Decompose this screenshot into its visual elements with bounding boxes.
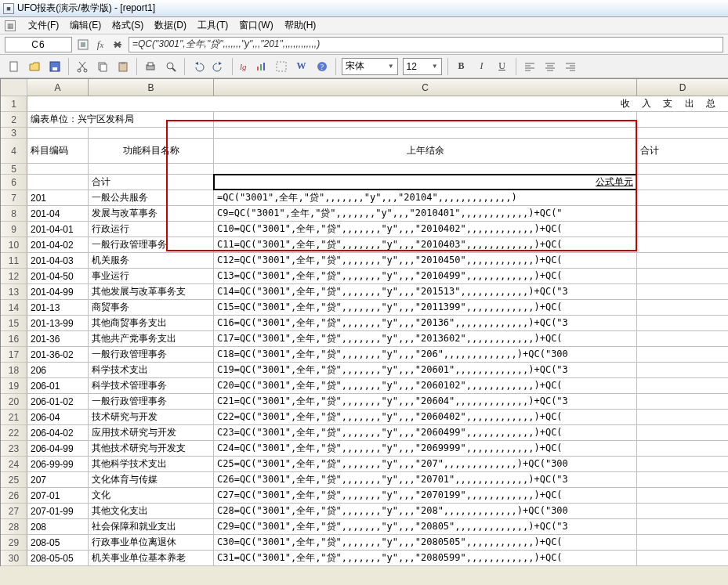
save-button[interactable]: [45, 57, 64, 76]
cell[interactable]: [637, 488, 728, 504]
cell-code[interactable]: 206-01-02: [27, 394, 89, 410]
cell-name[interactable]: 一般行政管理事务: [89, 237, 214, 253]
select-all-corner[interactable]: [1, 79, 27, 96]
row-header[interactable]: 23: [1, 441, 27, 457]
cell-name[interactable]: 一般公共服务: [89, 190, 214, 206]
row-header[interactable]: 13: [1, 284, 27, 300]
cell-code[interactable]: 208: [27, 519, 89, 535]
cell[interactable]: [214, 112, 637, 128]
cell[interactable]: [637, 331, 728, 347]
cell[interactable]: [27, 175, 89, 190]
menu-data[interactable]: 数据(D): [154, 19, 187, 32]
copy-button[interactable]: [93, 57, 112, 76]
cell-formula[interactable]: C9=QC("3001",全年,"贷",,,,,,,"y",,,"2010401…: [214, 206, 637, 222]
cell-formula[interactable]: C19=QC("3001",全年,"贷",,,,,,,"y",,,"20601"…: [214, 363, 637, 378]
cell[interactable]: [637, 269, 728, 284]
font-name-select[interactable]: 宋体▼: [342, 58, 398, 75]
cell-code[interactable]: 201-04-01: [27, 222, 89, 237]
cell-code[interactable]: 201-04: [27, 206, 89, 222]
cell-reference[interactable]: C6: [5, 37, 72, 52]
formula-input[interactable]: =QC("3001",全年,"贷",,,,,,,"y",,,"201",,,,,…: [129, 37, 723, 52]
cell[interactable]: [637, 363, 728, 378]
menu-help[interactable]: 帮助(H): [284, 19, 317, 32]
cell[interactable]: [637, 190, 728, 206]
undo-button[interactable]: [189, 57, 208, 76]
cell-code[interactable]: 206-04-99: [27, 441, 89, 457]
cell[interactable]: [637, 128, 728, 139]
cell-formula[interactable]: C29=QC("3001",全年,"贷",,,,,,,"y",,,"20805"…: [214, 519, 637, 535]
cell-name[interactable]: 文化: [89, 488, 214, 504]
cell-code[interactable]: 201-04-99: [27, 284, 89, 300]
align-left-button[interactable]: [520, 57, 539, 76]
cell-formula[interactable]: C22=QC("3001",全年,"贷",,,,,,,"y",,,"206040…: [214, 410, 637, 425]
row-header[interactable]: 11: [1, 253, 27, 269]
cell-code[interactable]: 201-13: [27, 300, 89, 316]
italic-button[interactable]: I: [473, 57, 491, 76]
row-header[interactable]: 4: [1, 139, 27, 164]
row-header[interactable]: 14: [1, 300, 27, 316]
cell-formula[interactable]: C23=QC("3001",全年,"贷",,,,,,,"y",,,"206049…: [214, 425, 637, 441]
cell[interactable]: [637, 222, 728, 237]
row-header[interactable]: 18: [1, 363, 27, 378]
cell-formula[interactable]: =QC("3001",全年,"贷",,,,,,,"y",,,"20104",,,…: [214, 190, 637, 206]
cell-formula[interactable]: C15=QC("3001",全年,"贷",,,,,,,"y",,,"201139…: [214, 300, 637, 316]
row-header[interactable]: 10: [1, 237, 27, 253]
font-size-select[interactable]: 12▼: [403, 58, 442, 75]
menu-format[interactable]: 格式(S): [112, 19, 143, 32]
cell[interactable]: [214, 128, 637, 139]
row-header[interactable]: 28: [1, 519, 27, 535]
cell-code[interactable]: 201-36-02: [27, 347, 89, 363]
cell-formula[interactable]: C21=QC("3001",全年,"贷",,,,,,,"y",,,"20604"…: [214, 394, 637, 410]
cell-formula[interactable]: C10=QC("3001",全年,"贷",,,,,,,"y",,,"201040…: [214, 222, 637, 237]
cell-name[interactable]: 一般行政管理事务: [89, 394, 214, 410]
cell[interactable]: [637, 206, 728, 222]
cell-formula[interactable]: C24=QC("3001",全年,"贷",,,,,,,"y",,,"206999…: [214, 441, 637, 457]
row-header[interactable]: 21: [1, 410, 27, 425]
cell[interactable]: [637, 112, 728, 128]
cell-code[interactable]: 207: [27, 472, 89, 488]
cell-code[interactable]: 206: [27, 363, 89, 378]
cell[interactable]: [637, 253, 728, 269]
row-header[interactable]: 15: [1, 316, 27, 331]
align-center-button[interactable]: [541, 57, 560, 76]
region-button[interactable]: [272, 57, 291, 76]
cell[interactable]: [637, 410, 728, 425]
col-header-a[interactable]: A: [27, 79, 89, 96]
cell[interactable]: [89, 164, 214, 175]
cell-formula[interactable]: C30=QC("3001",全年,"贷",,,,,,,"y",,,"208050…: [214, 535, 637, 551]
preview-button[interactable]: [161, 57, 180, 76]
cell[interactable]: [637, 316, 728, 331]
cell-formula[interactable]: C18=QC("3001",全年,"贷",,,,,,,"y",,,"206",,…: [214, 347, 637, 363]
cell[interactable]: [637, 164, 728, 175]
cell-code[interactable]: 206-99-99: [27, 457, 89, 472]
row-header[interactable]: 30: [1, 551, 27, 566]
cell[interactable]: [637, 284, 728, 300]
cell[interactable]: [637, 237, 728, 253]
cell-name[interactable]: 其他技术研究与开发支: [89, 441, 214, 457]
new-button[interactable]: [5, 57, 24, 76]
cell-formula[interactable]: C12=QC("3001",全年,"贷",,,,,,,"y",,,"201045…: [214, 253, 637, 269]
row-header[interactable]: 12: [1, 269, 27, 284]
cell[interactable]: [637, 519, 728, 535]
cell[interactable]: [89, 128, 214, 139]
cell-name[interactable]: 其他发展与改革事务支: [89, 284, 214, 300]
cell[interactable]: [637, 472, 728, 488]
row-header[interactable]: 27: [1, 504, 27, 519]
cell[interactable]: [637, 425, 728, 441]
cell-formula[interactable]: C31=QC("3001",全年,"贷",,,,,,,"y",,,"208059…: [214, 551, 637, 566]
cell-code[interactable]: 208-05: [27, 535, 89, 551]
col-header-d[interactable]: D: [637, 79, 728, 96]
cell-c6[interactable]: 公式单元: [214, 175, 637, 190]
menu-edit[interactable]: 编辑(E): [70, 19, 101, 32]
cell-code[interactable]: 201-13-99: [27, 316, 89, 331]
menu-file[interactable]: 文件(F): [28, 19, 59, 32]
cell-code[interactable]: 201: [27, 190, 89, 206]
cell-formula[interactable]: C20=QC("3001",全年,"贷",,,,,,,"y",,,"206010…: [214, 378, 637, 394]
paste-button[interactable]: [114, 57, 132, 76]
cell-name[interactable]: 其他商贸事务支出: [89, 316, 214, 331]
menu-tools[interactable]: 工具(T): [197, 19, 228, 32]
row-header[interactable]: 19: [1, 378, 27, 394]
cell-name[interactable]: 行政运行: [89, 222, 214, 237]
cell-name[interactable]: 发展与改革事务: [89, 206, 214, 222]
row-header[interactable]: 3: [1, 128, 27, 139]
